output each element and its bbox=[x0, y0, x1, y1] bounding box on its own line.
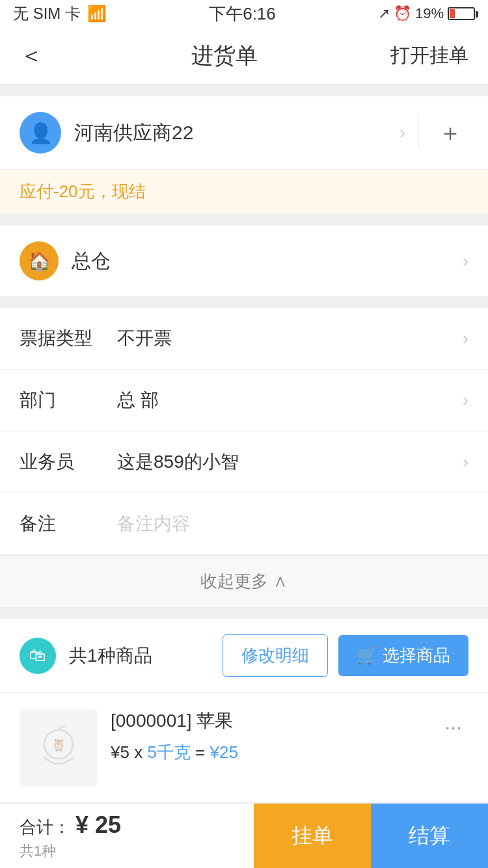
product-equals: = bbox=[195, 742, 210, 762]
product-bag-icon: 🛍 bbox=[20, 638, 56, 674]
status-left: 无 SIM 卡 📶 bbox=[13, 3, 107, 24]
department-chevron-icon: › bbox=[463, 390, 468, 411]
remark-input[interactable]: 备注内容 bbox=[111, 511, 468, 536]
product-quantity: 5千克 bbox=[147, 742, 190, 762]
product-info: [0000001] 苹果 ¥5 x 5千克 = ¥25 bbox=[111, 709, 425, 764]
alert-banner: 应付-20元，现结 bbox=[0, 170, 488, 214]
total-amount: ¥ 25 bbox=[75, 811, 121, 839]
carrier-text: 无 SIM 卡 bbox=[13, 3, 81, 24]
alarm-icon: ⏰ bbox=[394, 5, 411, 22]
product-unit-price: ¥5 bbox=[111, 742, 129, 762]
department-value: 总 部 bbox=[111, 388, 463, 413]
nav-bar: ＜ 进货单 打开挂单 bbox=[0, 27, 488, 85]
battery-icon bbox=[448, 7, 475, 20]
edit-detail-button[interactable]: 修改明细 bbox=[223, 634, 328, 677]
bill-type-label: 票据类型 bbox=[20, 326, 111, 351]
product-item: 🦉 [0000001] 苹果 ¥5 x 5千克 = ¥25 ··· bbox=[0, 693, 488, 802]
collapse-bar[interactable]: 收起更多 ∧ bbox=[0, 555, 488, 607]
product-thumbnail: 🦉 bbox=[20, 709, 98, 787]
warehouse-icon: 🏠 bbox=[20, 241, 59, 280]
warehouse-name: 总仓 bbox=[72, 248, 463, 275]
salesperson-label: 业务员 bbox=[20, 450, 111, 474]
hang-button[interactable]: 挂单 bbox=[254, 804, 371, 868]
remark-row[interactable]: 备注 备注内容 bbox=[0, 493, 488, 555]
salesperson-chevron-icon: › bbox=[463, 452, 468, 472]
bill-type-chevron-icon: › bbox=[463, 328, 468, 349]
gap-3 bbox=[0, 296, 488, 308]
page-title: 进货单 bbox=[191, 41, 258, 71]
supplier-chevron-icon: › bbox=[400, 122, 405, 143]
status-right: ↗ ⏰ 19% bbox=[378, 5, 475, 22]
add-supplier-button[interactable]: ＋ bbox=[432, 117, 468, 149]
product-code: [0000001] bbox=[111, 711, 192, 731]
location-icon: ↗ bbox=[378, 5, 390, 22]
department-label: 部门 bbox=[20, 388, 111, 413]
select-product-label: 选择商品 bbox=[383, 644, 450, 667]
wifi-icon: 📶 bbox=[87, 5, 107, 23]
supplier-avatar: 👤 bbox=[20, 112, 61, 154]
product-header: 🛍 共1种商品 修改明细 🛒 选择商品 bbox=[0, 619, 488, 693]
product-multiply: x bbox=[134, 742, 147, 762]
product-name: 苹果 bbox=[197, 711, 233, 731]
collapse-text: 收起更多 ∧ bbox=[200, 571, 287, 591]
alert-text: 应付-20元，现结 bbox=[20, 182, 146, 201]
gap-2 bbox=[0, 214, 488, 226]
open-hang-button[interactable]: 打开挂单 bbox=[390, 42, 468, 69]
product-section: 🛍 共1种商品 修改明细 🛒 选择商品 🦉 [0000001] 苹果 ¥5 bbox=[0, 619, 488, 802]
salesperson-value: 这是859的小智 bbox=[111, 450, 463, 474]
svg-text:🦉: 🦉 bbox=[51, 738, 66, 752]
battery-percent: 19% bbox=[415, 5, 444, 22]
avatar-icon: 👤 bbox=[29, 122, 53, 144]
product-more-button[interactable]: ··· bbox=[438, 709, 468, 746]
warehouse-chevron-icon: › bbox=[463, 251, 468, 271]
supplier-section: 👤 河南供应商22 › ＋ 应付-20元，现结 bbox=[0, 96, 488, 214]
total-section: 合计： ¥ 25 共1种 bbox=[0, 804, 254, 868]
warehouse-row[interactable]: 🏠 总仓 › bbox=[0, 226, 488, 296]
back-button[interactable]: ＜ bbox=[20, 40, 59, 72]
salesperson-row[interactable]: 业务员 这是859的小智 › bbox=[0, 431, 488, 493]
product-thumb-svg: 🦉 bbox=[33, 722, 85, 774]
bill-type-row[interactable]: 票据类型 不开票 › bbox=[0, 308, 488, 370]
gap-1 bbox=[0, 85, 488, 96]
product-total: ¥25 bbox=[210, 742, 238, 762]
total-line: 合计： ¥ 25 bbox=[20, 811, 234, 839]
supplier-row[interactable]: 👤 河南供应商22 › ＋ bbox=[0, 96, 488, 170]
checkout-button[interactable]: 结算 bbox=[371, 804, 488, 868]
form-section: 票据类型 不开票 › 部门 总 部 › 业务员 这是859的小智 › 备注 备注… bbox=[0, 308, 488, 607]
supplier-divider bbox=[418, 116, 419, 149]
bill-type-value: 不开票 bbox=[111, 326, 463, 351]
remark-label: 备注 bbox=[20, 511, 111, 536]
warehouse-section: 🏠 总仓 › bbox=[0, 226, 488, 296]
status-time: 下午6:16 bbox=[209, 3, 276, 25]
total-sub: 共1种 bbox=[20, 841, 234, 861]
total-label: 合计： bbox=[20, 816, 70, 839]
product-count: 共1种商品 bbox=[69, 644, 223, 668]
product-price-row: ¥5 x 5千克 = ¥25 bbox=[111, 741, 425, 764]
status-bar: 无 SIM 卡 📶 下午6:16 ↗ ⏰ 19% bbox=[0, 0, 488, 27]
department-row[interactable]: 部门 总 部 › bbox=[0, 370, 488, 431]
select-product-button[interactable]: 🛒 选择商品 bbox=[338, 635, 468, 676]
bottom-bar: 合计： ¥ 25 共1种 挂单 结算 bbox=[0, 803, 488, 868]
select-product-icon: 🛒 bbox=[357, 645, 377, 666]
supplier-name: 河南供应商22 bbox=[74, 120, 400, 146]
product-title: [0000001] 苹果 bbox=[111, 709, 425, 733]
